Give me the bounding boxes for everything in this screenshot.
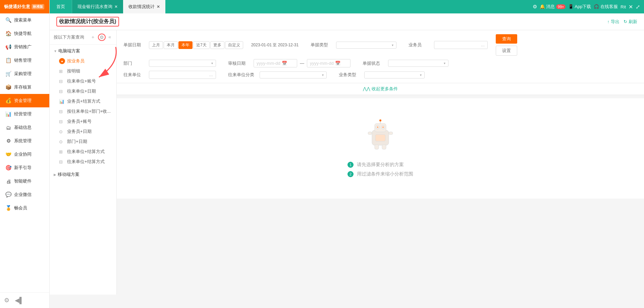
filter-row-3: 往来单位 … 往来单位分类 ▾ 业务类型 ▾ xyxy=(123,71,637,79)
tab-home[interactable]: 首页 xyxy=(50,0,72,13)
export-icon: ↑ xyxy=(607,19,610,24)
date-btn-本年[interactable]: 本年 xyxy=(178,41,193,49)
date-btn-近7天[interactable]: 近7天 xyxy=(193,41,210,49)
tree-item-4[interactable]: 📊业务员+结算方式 xyxy=(50,96,116,106)
mobile-scheme-header[interactable]: ▶ 移动端方案 xyxy=(50,169,116,179)
logo-text: 畅捷通好生意 xyxy=(4,4,30,10)
nav-label: 系统管理 xyxy=(14,138,32,144)
counterparty-cat-select[interactable]: ▾ xyxy=(260,71,327,79)
topbar-username: Rit xyxy=(621,4,626,9)
calendar-end-icon[interactable]: 📅 xyxy=(335,61,340,66)
tab-bar: 首页 现金银行流水查询 ✕ 收款情况统计 ✕ ⚙ 🔔 消息 99+ 📱 App下… xyxy=(50,0,644,13)
nav-item-搜索菜单[interactable]: 🔍搜索菜单 xyxy=(0,13,49,27)
date-btn-自定义[interactable]: 自定义 xyxy=(225,41,243,49)
nav-icon: 🏠 xyxy=(5,31,11,37)
tree-item-9[interactable]: ⊞往来单位+结算方式 xyxy=(50,147,116,157)
nav-item-畅会员[interactable]: 🏅畅会员 xyxy=(0,201,49,215)
nav-icon: 🏅 xyxy=(5,205,11,211)
audit-date-start[interactable]: yyyy-mm-dd 📅 xyxy=(254,59,297,67)
tree-item-5[interactable]: ⊟按往来单位+部门+收... xyxy=(50,106,116,116)
nav-item-经营管理[interactable]: 📊经营管理 xyxy=(0,107,49,121)
counterparty-cat-label: 往来单位分类 xyxy=(228,72,254,78)
tree-item-8[interactable]: ⊙部门+日期 xyxy=(50,137,116,147)
tree-item-1[interactable]: ⊞按明细 xyxy=(50,66,116,76)
nav-icon: 📋 xyxy=(5,57,11,63)
tree-item-10[interactable]: ⊟往来单位+结算方式 xyxy=(50,157,116,167)
date-btn-本月[interactable]: 本月 xyxy=(164,41,178,49)
window-maximize-icon[interactable]: ⤢ xyxy=(636,4,640,10)
tree-item-7[interactable]: ⊙业务员+日期 xyxy=(50,126,116,137)
nav-item-新手引导[interactable]: 🎯新手引导 xyxy=(0,161,49,174)
doc-status-select[interactable]: ▾ xyxy=(388,60,448,67)
topbar-app-download[interactable]: 📱 App下载 xyxy=(568,4,591,10)
filter-row-2: 部门 ▾ 审核日期 yyyy-mm-dd 📅 — xyxy=(123,59,637,67)
filter-row-1: 单据日期 上月本月本年近7天更多自定义 2023-01-01 至 2023-12… xyxy=(123,34,637,56)
topbar-notification[interactable]: 🔔 消息 99+ xyxy=(540,4,566,10)
add-scheme-icon[interactable]: ＋ xyxy=(89,34,97,41)
tree-item-icon: ⊙ xyxy=(59,139,65,144)
tree-item-icon: ⊟ xyxy=(59,109,65,114)
date-btn-更多[interactable]: 更多 xyxy=(210,41,224,49)
collapse-icon: ⋀⋀ xyxy=(363,86,370,91)
dept-select[interactable]: ▾ xyxy=(149,60,216,67)
salesperson-select[interactable]: … xyxy=(434,41,488,49)
doc-status-chevron-icon: ▾ xyxy=(444,61,445,65)
nav-icon: 📊 xyxy=(5,111,11,117)
dept-chevron-icon: ▾ xyxy=(211,61,213,65)
nav-icon: 🔍 xyxy=(5,17,11,23)
tree-item-label: 部门+日期 xyxy=(67,139,87,145)
counterparty-select[interactable]: … xyxy=(149,71,216,79)
page-title-box: 收款情况统计(按业务员) xyxy=(56,17,119,27)
tree-item-6[interactable]: ⊟业务员+账号 xyxy=(50,116,116,126)
tree-item-label: 业务员+日期 xyxy=(67,129,92,135)
business-type-select[interactable]: ▾ xyxy=(364,71,425,79)
date-btn-上月[interactable]: 上月 xyxy=(149,41,163,49)
nav-item-智能硬件[interactable]: 🖨智能硬件 xyxy=(0,174,49,188)
salesperson-label: 业务员 xyxy=(409,42,429,48)
tab-collection-stats[interactable]: 收款情况统计 ✕ xyxy=(123,0,165,13)
collapse-panel-icon[interactable]: « xyxy=(107,34,112,41)
topbar-settings-icon[interactable]: ⚙ xyxy=(533,4,537,10)
settings-bottom-icon[interactable]: ⚙ xyxy=(3,295,11,305)
empty-step-1: 1 请先选择要分析的方案 xyxy=(347,160,413,169)
export-button[interactable]: ↑ 导出 xyxy=(607,19,620,25)
empty-step-2: 2 用过滤条件来缩小分析范围 xyxy=(347,169,413,178)
refresh-button[interactable]: ↻ 刷新 xyxy=(624,19,637,25)
tree-item-0[interactable]: ●按业务员 xyxy=(50,56,116,66)
collapse-sidebar-icon[interactable]: ◀▌ xyxy=(13,295,25,305)
settings-button[interactable]: 设置 xyxy=(496,46,517,56)
audit-date-end[interactable]: yyyy-mm-dd 📅 xyxy=(307,59,351,67)
nav-item-企业微信[interactable]: 💬企业微信 xyxy=(0,188,49,201)
nav-item-资金管理[interactable]: 💰资金管理 xyxy=(0,94,49,107)
counterparty-more-icon[interactable]: … xyxy=(209,72,213,77)
mobile-scheme-section: ▶ 移动端方案 xyxy=(50,168,116,181)
salesperson-more-icon[interactable]: … xyxy=(481,43,485,47)
nav-item-基础信息[interactable]: 🗂基础信息 xyxy=(0,121,49,134)
topbar-online-service[interactable]: 🎧 在线客服 xyxy=(594,4,618,10)
nav-item-企业协同[interactable]: 🤝企业协同 xyxy=(0,148,49,161)
collapse-bar[interactable]: ⋀⋀ 收起更多条件 xyxy=(117,83,644,95)
nav-label: 基础信息 xyxy=(14,124,32,131)
nav-item-快捷导航[interactable]: 🏠快捷导航 xyxy=(0,27,49,40)
nav-label: 快捷导航 xyxy=(14,31,32,37)
nav-item-系统管理[interactable]: ⚙系统管理 xyxy=(0,134,49,148)
calendar-start-icon[interactable]: 📅 xyxy=(282,61,287,66)
nav-item-销售管理[interactable]: 📋销售管理 xyxy=(0,54,49,67)
window-close-icon[interactable]: ✕ xyxy=(629,4,633,10)
nav-icon: 📦 xyxy=(5,84,11,90)
tree-item-3[interactable]: ⊟往来单位+日期 xyxy=(50,86,116,96)
type-select[interactable]: ▾ xyxy=(336,42,396,49)
nav-item-采购管理[interactable]: 🛒采购管理 xyxy=(0,67,49,81)
tab-close-collection[interactable]: ✕ xyxy=(157,4,160,9)
nav-item-库存核算[interactable]: 📦库存核算 xyxy=(0,81,49,94)
left-panel-header-icons: ＋ ⚙ « xyxy=(89,34,112,41)
tree-item-icon: ⊞ xyxy=(59,69,65,74)
nav-item-营销推广[interactable]: 📢营销推广 xyxy=(0,40,49,54)
tab-bank-flow[interactable]: 现金银行流水查询 ✕ xyxy=(72,0,123,13)
gear-scheme-icon[interactable]: ⚙ xyxy=(98,34,106,41)
tab-close-bank[interactable]: ✕ xyxy=(114,4,118,9)
tree-item-2[interactable]: ⊟往来单位+账号 xyxy=(50,76,116,86)
query-button[interactable]: 查询 xyxy=(496,34,517,44)
filter-area: 单据日期 上月本月本年近7天更多自定义 2023-01-01 至 2023-12… xyxy=(117,30,644,83)
desktop-scheme-header[interactable]: ▼ 电脑端方案 xyxy=(50,46,116,56)
